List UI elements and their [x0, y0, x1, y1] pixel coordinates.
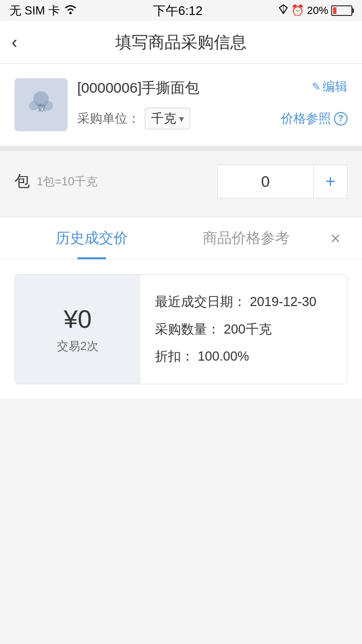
tab-price-reference[interactable]: 商品价格参考 [169, 217, 323, 259]
battery-percent: 20% [307, 4, 328, 17]
tabs-row: 历史成交价 商品价格参考 × [0, 217, 362, 260]
divider [0, 146, 362, 151]
qty-labels: 包 1包=10千克 [14, 171, 97, 192]
purchase-qty-label: 采购数量： [155, 322, 220, 336]
tab-price-ref-label: 商品价格参考 [203, 228, 290, 248]
status-bar: 无 SIM 卡 下午6:12 ⏰ 20% [0, 0, 362, 21]
svg-text:数: 数 [38, 103, 46, 112]
dropdown-arrow-icon: ▾ [179, 113, 184, 125]
product-header: [0000006]手撕面包 ✎ 编辑 [77, 78, 348, 98]
panel-close-button[interactable]: × [323, 226, 348, 251]
qty-controls: 0 + [217, 165, 348, 198]
price-summary: ¥0 交易2次 [15, 275, 140, 384]
location-icon [278, 4, 288, 17]
price-amount: ¥0 [64, 305, 92, 334]
unit-section: 采购单位： 千克 ▾ [77, 108, 190, 129]
edit-icon: ✎ [312, 81, 320, 93]
price-card: ¥0 交易2次 最近成交日期： 2019-12-30 采购数量： 200千克 折… [14, 274, 348, 384]
qty-plus-button[interactable]: + [314, 165, 348, 198]
product-logo-icon: 数 [24, 85, 58, 124]
battery-icon [331, 5, 352, 16]
price-ref-button[interactable]: 价格参照 ? [281, 110, 348, 127]
page-title: 填写商品采购信息 [115, 31, 247, 54]
alarm-icon: ⏰ [291, 4, 304, 17]
price-details: 最近成交日期： 2019-12-30 采购数量： 200千克 折扣： 100.0… [140, 275, 347, 384]
status-left: 无 SIM 卡 [10, 3, 77, 18]
product-name: [0000006]手撕面包 [77, 78, 199, 98]
recent-date-label: 最近成交日期： [155, 294, 246, 309]
svg-point-0 [70, 12, 72, 14]
tab-history-price[interactable]: 历史成交价 [14, 217, 169, 259]
product-thumbnail: 数 [14, 78, 68, 131]
quantity-input[interactable]: 0 [217, 165, 314, 198]
discount-label: 折扣： [155, 349, 194, 364]
status-right: ⏰ 20% [278, 4, 352, 17]
qty-unit: 包 [14, 171, 30, 192]
status-time: 下午6:12 [153, 2, 203, 19]
tab-underline [77, 257, 106, 259]
back-button[interactable]: ‹ [12, 32, 17, 53]
product-unit-row: 采购单位： 千克 ▾ 价格参照 ? [77, 108, 348, 129]
unit-select[interactable]: 千克 ▾ [145, 108, 190, 129]
price-panel: 历史成交价 商品价格参考 × ¥0 交易2次 最近成交日期： 2019-12-3… [0, 217, 362, 399]
edit-button[interactable]: ✎ 编辑 [312, 78, 348, 95]
product-info: [0000006]手撕面包 ✎ 编辑 采购单位： 千克 ▾ 价格参照 [77, 78, 348, 129]
tab-history-label: 历史成交价 [56, 228, 128, 248]
unit-label: 采购单位： [77, 110, 140, 127]
price-content: ¥0 交易2次 最近成交日期： 2019-12-30 采购数量： 200千克 折… [0, 260, 362, 399]
edit-label: 编辑 [322, 78, 348, 95]
product-card: 数 [0000006]手撕面包 ✎ 编辑 采购单位： 千克 ▾ [0, 64, 362, 146]
price-ref-label: 价格参照 [281, 110, 331, 127]
unit-value: 千克 [151, 110, 176, 127]
quantity-row: 包 1包=10千克 0 + [0, 151, 362, 212]
discount-value: 100.00% [198, 349, 250, 364]
wifi-icon [64, 4, 77, 17]
help-icon: ? [334, 112, 348, 126]
nav-bar: ‹ 填写商品采购信息 [0, 21, 362, 64]
page: 无 SIM 卡 下午6:12 ⏰ 20% [0, 0, 362, 644]
recent-date-row: 最近成交日期： 2019-12-30 [155, 292, 333, 312]
purchase-qty-row: 采购数量： 200千克 [155, 320, 333, 339]
recent-date-value: 2019-12-30 [250, 294, 317, 309]
qty-conversion: 1包=10千克 [37, 174, 97, 189]
discount-row: 折扣： 100.00% [155, 347, 333, 366]
purchase-qty-value: 200千克 [224, 322, 272, 336]
svg-point-2 [29, 101, 39, 111]
trade-count: 交易2次 [57, 338, 98, 354]
sim-text: 无 SIM 卡 [10, 3, 60, 18]
